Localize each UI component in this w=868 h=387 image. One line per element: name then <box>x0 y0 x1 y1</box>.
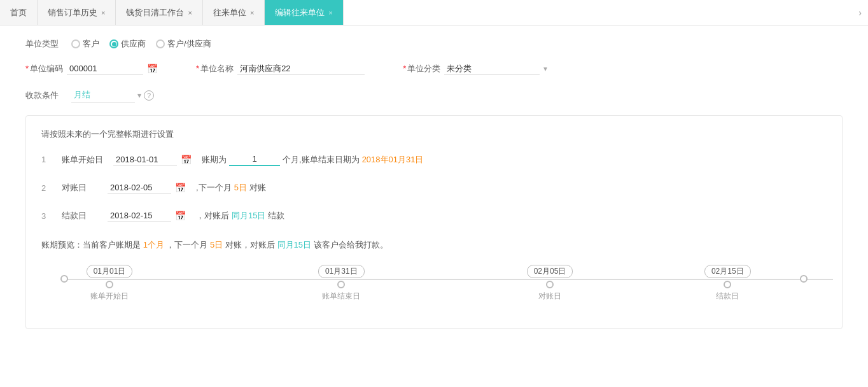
tl-badge-2: 01月31日 <box>318 265 365 278</box>
tl-badge-4: 02月15日 <box>704 265 751 278</box>
tl-label-2: 账单结束日 <box>322 291 360 302</box>
step-2-calendar-icon[interactable]: 📅 <box>175 183 186 193</box>
step-3-num: 3 <box>41 211 52 221</box>
unit-name-input[interactable] <box>237 62 365 75</box>
step-3-date-input[interactable] <box>108 209 171 222</box>
card-title: 请按照未来的一个完整帐期进行设置 <box>41 129 827 140</box>
tl-dot-2 <box>337 281 345 288</box>
tab-edit-partner-label: 编辑往来单位 <box>275 7 325 18</box>
step-3-label: 结款日 <box>62 210 97 222</box>
step-2-highlight: 5日 <box>234 182 247 194</box>
unit-category-input[interactable] <box>444 62 540 75</box>
radio-customer[interactable]: 客户 <box>71 38 99 50</box>
step-1-row: 1 账单开始日 📅 账期为 个月,账单结束日期为 2018年01月31日 <box>41 153 827 166</box>
tab-partners[interactable]: 往来单位 × <box>203 0 265 25</box>
tab-nav-arrow[interactable]: › <box>852 0 868 25</box>
step-1-calendar-icon[interactable]: 📅 <box>181 155 192 165</box>
step-3-desc: ，对账后 同月15日 结款 <box>196 210 284 222</box>
step-1-label: 账单开始日 <box>62 154 103 165</box>
preview-prefix: 账期预览：当前客户账期是 <box>41 240 141 250</box>
preview-part1: 1个月 <box>143 240 164 250</box>
main-content: 单位类型 客户 供应商 客户/供应商 *单 <box>0 25 868 387</box>
tl-point-4: 02月15日 结款日 <box>704 265 751 302</box>
tab-edit-partner[interactable]: 编辑往来单位 × <box>265 0 343 25</box>
radio-both[interactable]: 客户/供应商 <box>156 38 211 50</box>
radio-customer-circle <box>71 39 80 48</box>
step-1-desc-prefix: 账期为 <box>202 154 227 165</box>
step-2-date-input[interactable] <box>108 181 171 194</box>
tab-cash-work-close[interactable]: × <box>188 9 192 17</box>
preview-part2-highlight: 5日 <box>210 240 223 250</box>
tl-point-2: 01月31日 账单结束日 <box>318 265 365 302</box>
payment-label: 收款条件 <box>25 90 59 101</box>
step-3-date-group: 📅 <box>108 209 186 222</box>
step-1-end-date: 2018年01月31日 <box>362 154 424 165</box>
tl-dot-3 <box>546 281 554 288</box>
step-3-desc-prefix: ，对账后 <box>196 210 229 222</box>
step-3-highlight: 同月15日 <box>232 210 265 222</box>
unit-type-row: 单位类型 客户 供应商 客户/供应商 <box>25 38 843 50</box>
unit-code-group: *单位编码 📅 <box>25 62 158 75</box>
tab-sales-history-label: 销售订单历史 <box>48 7 97 18</box>
step-3-calendar-icon[interactable]: 📅 <box>175 211 186 221</box>
radio-supplier[interactable]: 供应商 <box>109 38 146 50</box>
tab-partners-close[interactable]: × <box>250 9 254 17</box>
step-1-date-group: 📅 <box>113 153 192 166</box>
tl-label-4: 结款日 <box>716 291 739 302</box>
radio-both-label: 客户/供应商 <box>167 38 211 50</box>
unit-category-group: *单位分类 ▾ <box>403 62 547 75</box>
tab-sales-history-close[interactable]: × <box>101 9 105 17</box>
cat-star: * <box>403 64 406 73</box>
preview-part3-highlight: 同月15日 <box>277 240 311 250</box>
payment-help-icon[interactable]: ? <box>144 90 154 101</box>
payment-dropdown-icon[interactable]: ▾ <box>137 91 141 100</box>
unit-type-radio-group: 客户 供应商 客户/供应商 <box>71 38 211 50</box>
step-1-desc: 账期为 个月,账单结束日期为 2018年01月31日 <box>202 153 423 166</box>
preview-part2-suffix: 对账，对账后 <box>225 240 275 250</box>
tl-dot-4 <box>724 281 731 288</box>
radio-both-circle <box>156 39 165 48</box>
radio-supplier-label: 供应商 <box>121 38 146 50</box>
timeline: 01月01日 账单开始日 01月31日 账单结束日 02月05日 对账日 02月… <box>48 265 820 316</box>
step-1-date-input[interactable] <box>113 153 177 166</box>
tab-sales-history[interactable]: 销售订单历史 × <box>38 0 116 25</box>
preview-part2-prefix: ，下一个月 <box>166 240 207 250</box>
period-input[interactable] <box>229 153 280 166</box>
step-2-desc-suffix: 对账 <box>249 182 266 194</box>
step-2-desc-prefix: ,下一个月 <box>196 182 232 194</box>
tl-badge-1: 01月01日 <box>87 265 133 278</box>
radio-supplier-circle <box>109 39 118 48</box>
payment-select-value[interactable]: 月结 <box>71 88 135 102</box>
timeline-start-cap <box>60 275 68 283</box>
unit-code-input[interactable] <box>67 62 143 75</box>
settings-card: 请按照未来的一个完整帐期进行设置 1 账单开始日 📅 账期为 个月,账单结束日期… <box>25 115 843 329</box>
tl-badge-3: 02月05日 <box>527 265 573 278</box>
tl-point-3: 02月05日 对账日 <box>527 265 573 302</box>
step-1-desc-suffix: 个月,账单结束日期为 <box>283 154 360 165</box>
tab-home[interactable]: 首页 <box>0 0 38 25</box>
step-2-date-group: 📅 <box>108 181 186 194</box>
tab-edit-partner-close[interactable]: × <box>328 9 332 17</box>
unit-category-label: *单位分类 <box>403 63 440 74</box>
step-3-desc-suffix: 结款 <box>268 210 284 222</box>
name-star: * <box>196 64 199 73</box>
tl-label-3: 对账日 <box>538 291 561 302</box>
tab-cash-work[interactable]: 钱货日清工作台 × <box>116 0 202 25</box>
timeline-end-cap <box>800 275 808 283</box>
step-2-label: 对账日 <box>62 182 97 194</box>
preview-part3-suffix: 该客户会给我打款。 <box>314 240 388 250</box>
step-1-num: 1 <box>41 155 52 164</box>
step-3-row: 3 结款日 📅 ，对账后 同月15日 结款 <box>41 209 827 222</box>
unit-name-group: *单位名称 <box>196 62 365 75</box>
unit-category-dropdown-icon[interactable]: ▾ <box>543 64 547 73</box>
payment-row: 收款条件 月结 ▾ ? <box>25 88 843 102</box>
code-star: * <box>25 64 29 73</box>
step-2-desc: ,下一个月5日 对账 <box>196 182 266 194</box>
unit-name-label: *单位名称 <box>196 63 234 74</box>
tab-bar: 首页 销售订单历史 × 钱货日清工作台 × 往来单位 × 编辑往来单位 × › <box>0 0 868 25</box>
unit-code-icon[interactable]: 📅 <box>147 64 158 74</box>
unit-code-label: *单位编码 <box>25 63 63 74</box>
radio-customer-label: 客户 <box>83 38 99 50</box>
unit-type-label: 单位类型 <box>25 38 59 50</box>
step-2-row: 2 对账日 📅 ,下一个月5日 对账 <box>41 181 827 194</box>
